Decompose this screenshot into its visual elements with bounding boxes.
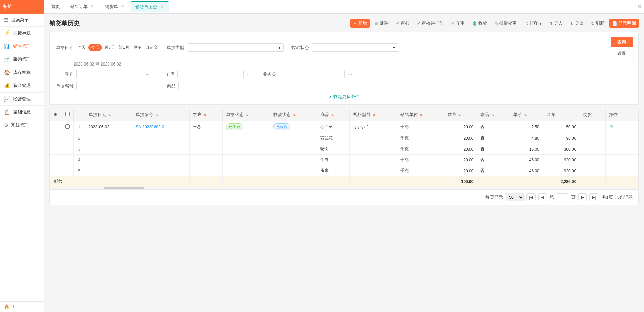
window-close-icon[interactable]: ✕ — [638, 4, 641, 9]
page-input[interactable]: 1 — [557, 193, 568, 201]
goods-input[interactable] — [178, 82, 246, 90]
td-doc-no-1[interactable]: SA-20230602-0 — [132, 121, 190, 133]
prev-page-btn[interactable]: ◀ — [538, 193, 547, 201]
shortcut-yesterday[interactable]: 昨天 — [76, 44, 87, 51]
th-gear[interactable]: ⚙ — [50, 109, 62, 121]
th-doc-status[interactable]: 单据状态 ⇅ — [223, 109, 270, 121]
export-button[interactable]: ⬇ 导出 — [567, 19, 586, 28]
staff-input[interactable] — [279, 70, 345, 78]
warehouse-input[interactable] — [177, 70, 244, 78]
more-btn-1[interactable]: ⋯ — [616, 124, 622, 129]
warehouse-dots[interactable]: ··· — [247, 72, 251, 77]
collapse-button[interactable]: ∧ 收起更多条件 — [55, 94, 633, 100]
customer-input[interactable] — [76, 70, 142, 78]
review-button[interactable]: ✔ 审核 — [393, 19, 412, 28]
select-all-checkbox[interactable] — [65, 112, 70, 116]
tab-sales-history[interactable]: 销货单历史 ✕ — [131, 1, 169, 12]
show-detail-button[interactable]: 📄 显示明细 — [609, 19, 639, 28]
scroll-bar-thumb[interactable] — [104, 187, 144, 189]
collect-button[interactable]: 💲 收款 — [469, 19, 490, 28]
window-minimize-icon[interactable]: — — [631, 4, 635, 9]
settings-button[interactable]: 设置 — [611, 49, 633, 58]
new-icon: ＋ — [353, 20, 357, 26]
shortcut-today[interactable]: 今天 — [88, 44, 102, 51]
shortcut-7days[interactable]: 近7天 — [103, 44, 116, 51]
next-page-btn[interactable]: ▶ — [578, 193, 587, 201]
th-goods[interactable]: 商品 ⇅ — [317, 109, 350, 121]
review-print-button[interactable]: ✔ 审核并打印 — [414, 19, 446, 28]
tab-sales-delivery[interactable]: 销货单 ✕ — [100, 1, 130, 12]
td-doc-status-3 — [223, 144, 270, 155]
query-button[interactable]: 查询 — [611, 37, 633, 47]
sidebar-item-inventory-calc[interactable]: 🏠 库存核算 — [0, 66, 44, 79]
search-menu-icon: ☰ — [4, 17, 8, 23]
tab-home[interactable]: 首页 — [47, 1, 65, 12]
abandon-button[interactable]: ✕ 弃审 — [448, 19, 467, 28]
per-page-select[interactable]: 50 10 20 100 — [506, 193, 524, 201]
main-content: 首页 销售订单 ✕ 销货单 ✕ 销货单历史 ✕ — ✕ 销货单历史 ＋ 新增 — [44, 0, 644, 312]
new-button[interactable]: ＋ 新增 — [350, 19, 370, 28]
sidebar-item-purchase-mgmt[interactable]: 🛒 采购管理 — [0, 53, 44, 66]
td-spec-3 — [350, 144, 397, 155]
shortcut-more[interactable]: 更多 — [132, 44, 143, 51]
pause-icon[interactable]: ⏸ — [12, 304, 17, 309]
th-doc-no[interactable]: 单据编号 ⇅ — [132, 109, 190, 121]
import-button[interactable]: ⬆ 导入 — [547, 19, 565, 28]
td-checkbox-1[interactable] — [62, 121, 73, 133]
shortcut-1month[interactable]: 近1月 — [118, 44, 131, 51]
sidebar-item-label: 基础信息 — [13, 109, 31, 115]
td-collect-status-4 — [270, 155, 317, 165]
sidebar-item-search-menu[interactable]: ☰ 搜索菜单 — [0, 14, 44, 27]
tab-sales-order-close[interactable]: ✕ — [90, 4, 95, 9]
sidebar-item-basic-info[interactable]: 📋 基础信息 — [0, 106, 44, 119]
sales-mgmt-icon: 📊 — [4, 43, 10, 49]
th-customer[interactable]: 客户 ⇅ — [190, 109, 223, 121]
doc-date-sort-icon: ⇅ — [108, 113, 111, 117]
th-qty[interactable]: 数量 ⇅ — [444, 109, 477, 121]
th-spec[interactable]: 规格型号 ⇅ — [350, 109, 397, 121]
customer-dots[interactable]: ··· — [146, 72, 149, 77]
edit-btn-1[interactable]: ✎ — [609, 124, 615, 129]
td-num-3: 3 — [73, 144, 85, 155]
th-unit[interactable]: 销售单位 ⇅ — [397, 109, 444, 121]
td-customer-3 — [190, 144, 223, 155]
th-price[interactable]: 单价 ⇅ — [510, 109, 543, 121]
sidebar-item-operations-mgmt[interactable]: 📈 经营管理 — [0, 93, 44, 106]
row-1-checkbox[interactable] — [65, 124, 70, 129]
td-action-3 — [606, 144, 638, 155]
collect-status-select[interactable]: ▾ — [312, 43, 398, 52]
doc-no-input[interactable] — [76, 82, 150, 90]
sidebar-item-quick-nav[interactable]: ⚡ 快捷导航 — [0, 27, 44, 40]
delete-button[interactable]: 🗑 删除 — [372, 19, 391, 28]
td-action-2 — [606, 133, 638, 144]
th-customer-label: 客户 — [193, 112, 202, 117]
th-gift[interactable]: 赠品 ⇅ — [477, 109, 510, 121]
last-page-btn[interactable]: ▶| — [589, 193, 599, 201]
fire-icon[interactable]: 🔥 — [4, 304, 9, 309]
doc-no-label: 单据编号 — [55, 83, 74, 89]
price-sort-icon: ⇅ — [524, 113, 527, 117]
tab-sales-history-close[interactable]: ✕ — [159, 4, 164, 9]
th-checkbox[interactable] — [62, 109, 73, 121]
sidebar-item-sales-mgmt[interactable]: 📊 销售管理 — [0, 40, 44, 53]
page-title: 销货单历史 — [49, 19, 80, 27]
th-collect-status[interactable]: 收款状态 ⇅ — [270, 109, 317, 121]
sidebar-item-system-mgmt[interactable]: ⚙ 系统管理 — [0, 119, 44, 132]
filter-group-goods: 商品 ··· — [157, 82, 253, 90]
refresh-button[interactable]: ↻ 刷新 — [588, 19, 607, 28]
sidebar-item-capital-mgmt[interactable]: 💰 资金管理 — [0, 79, 44, 93]
doc-type-select[interactable]: ▾ — [187, 43, 284, 52]
query-btn-area: 查询 设置 — [611, 37, 633, 58]
batch-change-button[interactable]: ✎ 批量变更 — [492, 19, 520, 28]
td-gift-3: 否 — [477, 144, 510, 155]
shortcut-custom[interactable]: 自定义 — [144, 44, 159, 51]
td-total-pad-6 — [317, 176, 350, 187]
th-doc-date[interactable]: 单据日期 ⇅ — [85, 109, 132, 121]
tab-sales-delivery-close[interactable]: ✕ — [120, 4, 125, 9]
tab-sales-order[interactable]: 销售订单 ✕ — [65, 1, 100, 12]
first-page-btn[interactable]: |◀ — [526, 193, 536, 201]
staff-dots[interactable]: ··· — [348, 72, 352, 77]
td-num-2: 2 — [73, 133, 85, 144]
print-button[interactable]: 🖨 打印 ▾ — [522, 19, 544, 28]
goods-dots[interactable]: ··· — [249, 83, 253, 88]
